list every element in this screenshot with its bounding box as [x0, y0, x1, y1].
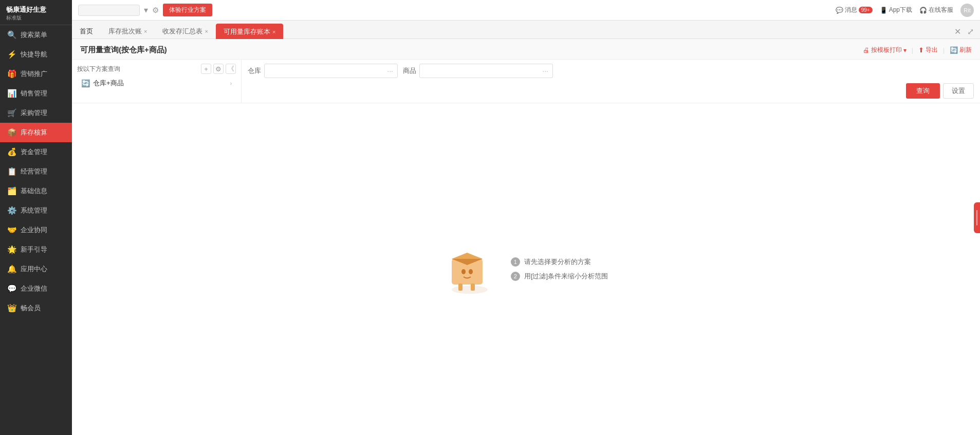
message-badge: 99+ — [859, 7, 873, 13]
tab-inventory-summary[interactable]: 收发存汇总表 × — [155, 23, 215, 39]
tab-available-ledger[interactable]: 可用量库存账本 × — [216, 24, 283, 39]
face-eye-left — [461, 269, 466, 274]
close-inventory-summary-icon[interactable]: × — [205, 28, 208, 34]
close-batch-account-icon[interactable]: × — [144, 28, 147, 34]
sidebar: 畅康通好生意 标准版 🔍搜索菜单⚡快捷导航🎁营销推广📊销售管理🛒采购管理📦库存核… — [0, 0, 72, 435]
setting-btn[interactable]: 设置 — [943, 83, 974, 99]
sidebar-label-shortcut: 快捷导航 — [21, 50, 47, 59]
export-btn[interactable]: ⬆ 导出 — [918, 46, 938, 54]
sidebar-label-member: 畅会员 — [21, 304, 41, 313]
collapse-scheme-btn[interactable]: 《 — [226, 64, 236, 74]
sidebar-item-finance[interactable]: 💰资金管理 — [0, 142, 72, 162]
tab-bar: 首页 库存批次账 × 收发存汇总表 × 可用量库存账本 × ✕ ⤢ — [72, 21, 980, 39]
filter-scheme-panel: 按以下方案查询 + ⚙ 《 🔄 仓库+商品 › — [72, 60, 242, 103]
sidebar-icon-purchase: 🛒 — [7, 108, 16, 118]
content-header: 可用量查询(按仓库+商品) 🖨 按模板打印 ▾ | ⬆ 导出 | 🔄 刷新 — [72, 39, 980, 60]
tab-batch-account[interactable]: 库存批次账 × — [101, 23, 155, 39]
sidebar-label-basics: 基础信息 — [21, 186, 47, 196]
sidebar-item-cooperation[interactable]: 🤝企业协同 — [0, 220, 72, 240]
close-available-ledger-icon[interactable]: × — [272, 29, 275, 35]
scheme-item-warehouse-product[interactable]: 🔄 仓库+商品 › — [77, 76, 236, 90]
sidebar-icon-guide: 🌟 — [7, 245, 16, 254]
industry-btn[interactable]: 体验行业方案 — [163, 4, 212, 16]
filter-action-btns: 查询 设置 — [906, 83, 974, 99]
main-area: ▾ ⚙ 体验行业方案 💬 消息 99+ 📱 App下载 🎧 在线客服 Rit 首… — [72, 0, 980, 435]
print-btn[interactable]: 🖨 按模板打印 ▾ — [863, 46, 907, 54]
product-input[interactable]: ··· — [419, 64, 553, 78]
app-icon: 📱 — [880, 7, 887, 14]
scheme-label: 按以下方案查询 — [77, 65, 120, 73]
message-btn[interactable]: 💬 消息 99+ — [836, 6, 873, 14]
sidebar-item-operations[interactable]: 📋经营管理 — [0, 162, 72, 181]
refresh-btn[interactable]: 🔄 刷新 — [950, 46, 972, 54]
sidebar-icon-basics: 🗂️ — [7, 186, 16, 196]
filter-row-1: 仓库 ··· 商品 ··· — [248, 64, 974, 78]
sidebar-label-inventory: 库存核算 — [21, 128, 47, 137]
print-dropdown-icon[interactable]: ▾ — [903, 47, 907, 54]
message-icon: 💬 — [836, 7, 843, 14]
sidebar-nav: 🔍搜索菜单⚡快捷导航🎁营销推广📊销售管理🛒采购管理📦库存核算💰资金管理📋经营管理… — [0, 25, 72, 435]
page-title: 可用量查询(按仓库+商品) — [80, 45, 167, 55]
sidebar-item-system[interactable]: ⚙️系统管理 — [0, 201, 72, 220]
avatar[interactable]: Rit — [960, 4, 974, 17]
tab-available-ledger-label: 可用量库存账本 — [224, 27, 270, 36]
export-icon: ⬆ — [918, 46, 924, 54]
gear-icon[interactable]: ⚙ — [152, 6, 159, 15]
print-label: 按模板打印 — [871, 46, 902, 54]
sidebar-item-marketing-promo[interactable]: 🎁营销推广 — [0, 64, 72, 84]
sidebar-item-shortcut[interactable]: ⚡快捷导航 — [0, 45, 72, 64]
content-actions: 🖨 按模板打印 ▾ | ⬆ 导出 | 🔄 刷新 — [863, 46, 972, 54]
sidebar-label-operations: 经营管理 — [21, 167, 47, 176]
filter-scheme-header: 按以下方案查询 + ⚙ 《 — [77, 64, 236, 74]
right-edge-handle[interactable] — [974, 202, 980, 233]
sidebar-item-inventory[interactable]: 📦库存核算 — [0, 123, 72, 142]
filter-field-product: 商品 ··· — [403, 64, 553, 78]
leg-left — [458, 283, 463, 291]
app-download-label: App下载 — [889, 6, 912, 14]
sidebar-icon-search: 🔍 — [7, 30, 16, 40]
sidebar-item-appstore[interactable]: 🔔应用中心 — [0, 259, 72, 279]
topbar-right: 💬 消息 99+ 📱 App下载 🎧 在线客服 Rit — [836, 4, 974, 17]
sidebar-item-member[interactable]: 👑畅会员 — [0, 298, 72, 318]
export-label: 导出 — [926, 46, 938, 54]
tab-home-label: 首页 — [80, 27, 93, 36]
tab-inventory-summary-label: 收发存汇总表 — [162, 27, 202, 36]
settings-scheme-btn[interactable]: ⚙ — [213, 64, 224, 74]
online-service-btn[interactable]: 🎧 在线客服 — [919, 6, 953, 14]
sidebar-item-sales[interactable]: 📊销售管理 — [0, 84, 72, 103]
empty-svg — [444, 243, 495, 295]
filter-field-warehouse: 仓库 ··· — [248, 64, 398, 78]
tip-text-1: 请先选择要分析的方案 — [524, 257, 591, 267]
empty-illustration — [444, 243, 495, 295]
sidebar-label-appstore: 应用中心 — [21, 264, 47, 274]
app-download-btn[interactable]: 📱 App下载 — [880, 6, 912, 14]
sidebar-label-system: 系统管理 — [21, 206, 47, 215]
sidebar-item-purchase[interactable]: 🛒采购管理 — [0, 103, 72, 123]
scheme-header-actions: + ⚙ 《 — [201, 64, 236, 74]
product-more-icon[interactable]: ··· — [542, 67, 548, 75]
topbar-search — [78, 5, 140, 16]
search-input[interactable] — [78, 5, 140, 16]
sidebar-item-basics[interactable]: 🗂️基础信息 — [0, 181, 72, 201]
refresh-icon: 🔄 — [950, 46, 958, 54]
sidebar-item-search[interactable]: 🔍搜索菜单 — [0, 25, 72, 45]
warehouse-more-icon[interactable]: ··· — [387, 67, 393, 75]
tab-home[interactable]: 首页 — [72, 23, 101, 39]
content-area: 可用量查询(按仓库+商品) 🖨 按模板打印 ▾ | ⬆ 导出 | 🔄 刷新 — [72, 39, 980, 435]
close-tab-btn[interactable]: ✕ — [952, 25, 963, 39]
sidebar-icon-system: ⚙️ — [7, 206, 16, 215]
tabs-right-controls: ✕ ⤢ — [952, 25, 980, 39]
warehouse-label: 仓库 — [248, 66, 261, 75]
sidebar-item-guide[interactable]: 🌟新手引导 — [0, 240, 72, 259]
sidebar-item-wechat[interactable]: 💬企业微信 — [0, 279, 72, 298]
expand-tab-btn[interactable]: ⤢ — [965, 25, 976, 39]
add-scheme-btn[interactable]: + — [201, 64, 211, 74]
scheme-item-icon: 🔄 — [81, 79, 90, 87]
warehouse-input[interactable]: ··· — [264, 64, 398, 78]
sidebar-label-cooperation: 企业协同 — [21, 225, 47, 235]
dropdown-icon[interactable]: ▾ — [144, 5, 148, 15]
topbar: ▾ ⚙ 体验行业方案 💬 消息 99+ 📱 App下载 🎧 在线客服 Rit — [72, 0, 980, 21]
tip-text-2: 用[过滤]条件来缩小分析范围 — [524, 272, 608, 281]
empty-tip-1: 1 请先选择要分析的方案 — [511, 257, 608, 267]
query-btn[interactable]: 查询 — [906, 83, 940, 99]
